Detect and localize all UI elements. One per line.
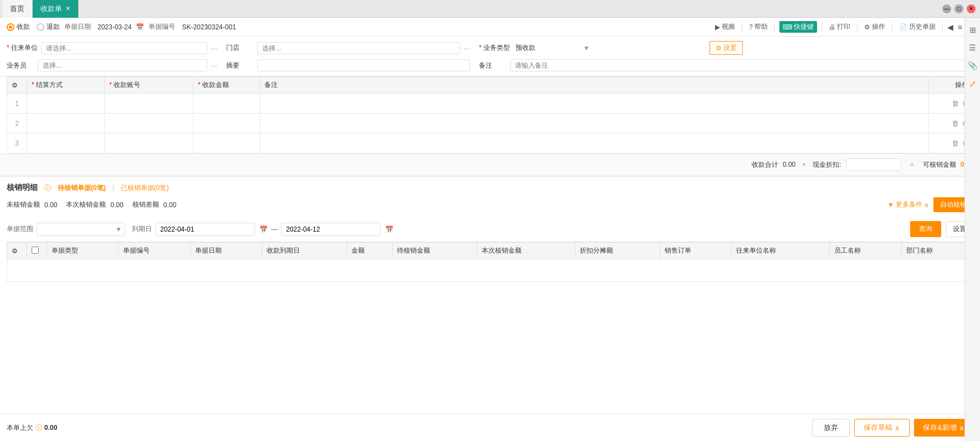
help-btn[interactable]: ? 帮助 <box>747 21 770 33</box>
verify-section: 核销明细 ⓘ 待核销单据(0笔) | 已核销单据(0笔) 未核销金额 0.00 … <box>0 175 980 288</box>
radio-receipt[interactable]: 收款 <box>7 22 30 32</box>
row-amount-2[interactable] <box>193 114 260 134</box>
print-btn[interactable]: 🖨 打印 <box>826 21 853 33</box>
unchecked-label: 未核销金额 <box>7 200 40 209</box>
select-all-checkbox[interactable] <box>32 247 39 254</box>
discount-input[interactable] <box>846 158 901 171</box>
diff-label: 核销差额 <box>132 200 159 209</box>
save-new-arrow-icon[interactable]: ∧ <box>959 424 964 432</box>
unchecked-value: 0.00 <box>44 201 57 209</box>
carry-label: 本单上欠 <box>7 423 33 433</box>
staff-input[interactable] <box>38 59 207 71</box>
row-account-1[interactable] <box>105 94 193 114</box>
pending-tab[interactable]: 待核销单据(0笔) <box>58 183 106 193</box>
range-select-wrapper: ▼ <box>37 223 125 236</box>
video-btn[interactable]: ▶ 视频 <box>713 21 737 33</box>
due-date-from[interactable] <box>155 223 255 236</box>
video-icon: ▶ <box>715 23 720 31</box>
col-amount: 收款金额 <box>193 77 260 94</box>
store-more-icon[interactable]: ··· <box>463 44 470 53</box>
row-amount-3[interactable] <box>193 134 260 153</box>
sidebar-expand-icon[interactable]: ⤢ <box>967 75 978 93</box>
row-delete-1-icon[interactable]: 🗑 <box>952 99 959 107</box>
due-date-field: 到期日 📅 — 📅 <box>132 223 394 236</box>
receipt-type-group: 收款 退款 <box>7 22 60 32</box>
keyboard-icon: ⌨ <box>783 23 792 31</box>
counterparty-input[interactable] <box>41 42 207 54</box>
toolbar-right: ▶ 视频 ? 帮助 ⌨ 快捷键 🖨 打印 ⚙ 操作 <box>713 21 973 33</box>
remarks-input[interactable] <box>510 59 973 71</box>
summary-input[interactable] <box>257 59 470 71</box>
verify-empty-row <box>7 259 973 282</box>
sidebar-attachment-icon[interactable]: 📎 <box>966 58 979 73</box>
prev-layout-icon[interactable]: ◀ <box>947 23 953 32</box>
range-select[interactable] <box>37 223 125 236</box>
counterparty-field: 往来单位 ··· <box>7 42 217 54</box>
business-type-arrow[interactable]: ▼ <box>583 44 590 52</box>
list-layout-icon[interactable]: ≡ <box>958 23 962 32</box>
table-row: 3 🗑 ⊕ <box>7 134 973 153</box>
abandon-button[interactable]: 放弃 <box>812 419 850 437</box>
vcol-checkbox[interactable] <box>27 243 47 259</box>
minimize-button[interactable]: — <box>942 4 951 13</box>
history-btn[interactable]: 📄 历史单据 <box>897 21 938 33</box>
to-calendar-icon[interactable]: 📅 <box>385 225 394 233</box>
vcol-discount: 折扣分摊额 <box>575 243 660 259</box>
verify-title: 核销明细 <box>7 183 38 193</box>
vcol-gear[interactable]: ⚙ <box>7 243 27 259</box>
sidebar-list-icon[interactable]: ☰ <box>967 40 978 55</box>
row-remark-3[interactable] <box>260 134 929 153</box>
row-account-2[interactable] <box>105 114 193 134</box>
tab-home[interactable]: 首页 <box>2 0 33 18</box>
row-settlement-1[interactable] <box>27 94 105 114</box>
business-type-label: 业务类型 <box>479 43 510 53</box>
main-content: 收款 退款 单据日期 2023-03-24 📅 单据编号 SK-20230324… <box>0 18 980 441</box>
unchecked-stat: 未核销金额 0.00 <box>7 200 57 209</box>
counterparty-more-icon[interactable]: ··· <box>211 44 217 53</box>
diff-value: 0.00 <box>164 201 176 209</box>
due-date-to[interactable] <box>281 223 381 236</box>
sidebar-table-icon[interactable]: ⊞ <box>967 22 978 38</box>
due-date-label: 到期日 <box>132 224 152 234</box>
vcol-staff: 员工名称 <box>830 243 901 259</box>
remarks-field: 备注 <box>479 59 973 71</box>
row-settlement-2[interactable] <box>27 114 105 134</box>
from-calendar-icon[interactable]: 📅 <box>259 225 268 233</box>
row-account-3[interactable] <box>105 134 193 153</box>
row-delete-2-icon[interactable]: 🗑 <box>952 119 959 127</box>
col-gear[interactable]: ⚙ <box>7 77 27 94</box>
row-remark-2[interactable] <box>260 114 929 134</box>
save-draft-button[interactable]: 保存草稿 ∧ <box>854 419 910 437</box>
vtable-gear-icon[interactable]: ⚙ <box>12 247 18 255</box>
row-settlement-3[interactable] <box>27 134 105 153</box>
tab-close-icon[interactable]: ✕ <box>65 5 70 12</box>
col-remark: 备注 <box>260 77 929 94</box>
store-input[interactable] <box>257 42 460 54</box>
verify-info-icon[interactable]: ⓘ <box>44 183 51 193</box>
shortcut-btn[interactable]: ⌨ 快捷键 <box>779 21 817 33</box>
tab-receipt[interactable]: 收款单 ✕ <box>33 0 79 18</box>
equals-label: = <box>906 161 918 168</box>
save-draft-arrow-icon[interactable]: ∧ <box>895 424 900 432</box>
table-gear-icon[interactable]: ⚙ <box>12 81 18 89</box>
more-conditions-btn[interactable]: ▼ 更多条件 ∧ <box>887 200 929 209</box>
close-button[interactable]: ✕ <box>967 4 976 13</box>
carry-icon[interactable]: ⓘ <box>35 423 42 433</box>
diff-stat: 核销差额 0.00 <box>132 200 176 209</box>
operation-btn[interactable]: ⚙ 操作 <box>862 21 887 33</box>
staff-more-icon[interactable]: ··· <box>211 61 217 70</box>
row-delete-3-icon[interactable]: 🗑 <box>952 139 959 147</box>
calendar-icon[interactable]: 📅 <box>136 23 144 31</box>
scroll-container[interactable]: ⚙ 结算方式 收款账号 收款金额 备注 操作 <box>0 76 980 414</box>
radio-refund[interactable]: 退款 <box>37 22 60 32</box>
maximize-button[interactable]: □ <box>955 4 963 13</box>
total-value: 0.00 <box>783 161 795 168</box>
vcol-current: 本次核销金额 <box>477 243 575 259</box>
col-settlement: 结算方式 <box>27 77 105 94</box>
query-btn[interactable]: 查询 <box>910 221 941 237</box>
row-remark-1[interactable] <box>260 94 929 114</box>
receipt-table: ⚙ 结算方式 收款账号 收款金额 备注 操作 <box>7 76 973 153</box>
row-amount-1[interactable] <box>193 94 260 114</box>
settings-btn[interactable]: ⚙ 设置 <box>710 41 743 55</box>
done-tab[interactable]: 已核销单据(0笔) <box>121 183 169 193</box>
